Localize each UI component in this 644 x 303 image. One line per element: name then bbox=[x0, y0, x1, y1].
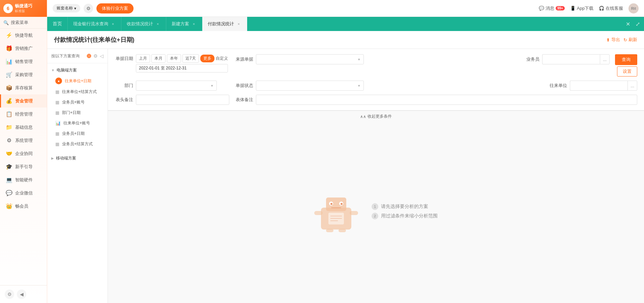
operation-icon: 📋 bbox=[6, 111, 12, 117]
message-btn[interactable]: 💬 消息 99+ bbox=[539, 5, 565, 11]
source-select[interactable]: ▾ bbox=[256, 54, 364, 64]
scheme-item-icon: ▦ bbox=[55, 142, 59, 147]
note1-input[interactable] bbox=[136, 95, 229, 105]
sidebar-item-guide[interactable]: 🎓 新手引导 bbox=[0, 160, 47, 173]
partner-label: 往来单位 bbox=[549, 83, 567, 89]
scheme-item-partner-settle[interactable]: ▦ 往来单位+结算方式 bbox=[47, 87, 108, 97]
sidebar-item-basic[interactable]: 📁 基础信息 bbox=[0, 121, 47, 134]
tab-home[interactable]: 首页 bbox=[47, 17, 68, 31]
scheme-settings-icon[interactable]: ⚙ bbox=[93, 53, 98, 59]
scheme-collapse-icon[interactable]: ◁ bbox=[100, 53, 104, 59]
note2-input[interactable] bbox=[256, 95, 637, 105]
scheme-item-partner-date[interactable]: ● 往来单位+日期 bbox=[47, 75, 108, 87]
tab-expand-btn[interactable]: ⤢ bbox=[634, 20, 641, 29]
page-header-actions: ⬆ 导出 ↻ 刷新 bbox=[606, 37, 637, 43]
weixin-icon: 💬 bbox=[6, 190, 12, 196]
scheme-item-staff-account[interactable]: ▦ 业务员+账号 bbox=[47, 97, 108, 108]
sidebar-item-purchase[interactable]: 🛒 采购管理 bbox=[0, 68, 47, 81]
user-avatar[interactable]: Rit bbox=[628, 3, 639, 13]
pc-section-arrow-icon: ▼ bbox=[51, 68, 55, 72]
tab-new-scheme[interactable]: 新建方案 × bbox=[166, 17, 202, 31]
settings-btn[interactable]: 设置 bbox=[617, 66, 637, 77]
date-custom-label: 自定义 bbox=[216, 56, 228, 61]
sidebar-item-weixin[interactable]: 💬 企业微信 bbox=[0, 186, 47, 200]
hardware-icon: 💻 bbox=[6, 177, 12, 183]
partner-ellipsis-btn[interactable]: ... bbox=[627, 81, 637, 91]
tab-payment-stat-close[interactable]: × bbox=[236, 21, 241, 27]
sidebar-item-operation[interactable]: 📋 经营管理 bbox=[0, 108, 47, 121]
sidebar-item-marketing[interactable]: 🎁 营销推广 bbox=[0, 42, 47, 55]
svg-rect-7 bbox=[314, 211, 323, 215]
app-download-btn[interactable]: 📱 App下载 bbox=[570, 5, 593, 11]
scheme-section-mobile: ▶ 移动端方案 bbox=[47, 151, 108, 165]
sidebar-item-hardware[interactable]: 💻 智能硬件 bbox=[0, 173, 47, 186]
tabbar-actions: ✕ ⤢ bbox=[622, 17, 644, 31]
guide-icon: 🎓 bbox=[6, 163, 12, 170]
topbar-gear-btn[interactable]: ⚙ bbox=[84, 4, 93, 13]
scheme-section-pc-title[interactable]: ▼ 电脑端方案 bbox=[47, 65, 108, 75]
sidebar-item-system[interactable]: ⚙ 系统管理 bbox=[0, 134, 47, 147]
dept-select[interactable]: ▾ bbox=[136, 81, 217, 91]
scheme-item-staff-date[interactable]: ▦ 业务员+日期 bbox=[47, 128, 108, 139]
scheme-add-btn[interactable]: ⊕ bbox=[86, 52, 91, 60]
refresh-icon: ↻ bbox=[623, 37, 627, 42]
tab-receipt-stat-close[interactable]: × bbox=[155, 21, 160, 27]
staff-ellipsis-btn[interactable]: ... bbox=[600, 54, 610, 64]
main-area: 账套名称 ▾ ⚙ 体验行业方案 💬 消息 99+ 📱 App下载 🎧 在线客服 … bbox=[47, 0, 644, 303]
sidebar-collapse-btn[interactable]: ◀ bbox=[17, 290, 26, 299]
online-service-btn[interactable]: 🎧 在线客服 bbox=[599, 5, 623, 11]
empty-state: 1 请先选择要分析的方案 2 用过滤条件来缩小分析范围 bbox=[108, 122, 644, 303]
date-btn-last7[interactable]: 近7天 bbox=[182, 54, 199, 63]
date-btn-last-month[interactable]: 上月 bbox=[136, 54, 150, 63]
sidebar-item-inventory[interactable]: 📦 库存核算 bbox=[0, 81, 47, 94]
tab-bank-flow[interactable]: 现金银行流水查询 × bbox=[68, 17, 121, 31]
trial-btn[interactable]: 体验行业方案 bbox=[96, 3, 134, 13]
svg-point-5 bbox=[341, 203, 343, 205]
page-content: 付款情况统计(往来单位+日期) ⬆ 导出 ↻ 刷新 按以下方案查询 ⊕ bbox=[47, 31, 644, 303]
inventory-icon: 📦 bbox=[6, 85, 12, 91]
date-btn-more[interactable]: 更多 bbox=[200, 55, 214, 62]
tab-receipt-stat[interactable]: 收款情况统计 × bbox=[121, 17, 166, 31]
search-menu[interactable]: 🔍 搜索菜单 bbox=[0, 17, 47, 29]
source-label: 来源单据 bbox=[235, 56, 253, 62]
source-select-arrow: ▾ bbox=[358, 57, 360, 62]
sidebar-nav: ⚡ 快捷导航 🎁 营销推广 📊 销售管理 🛒 采购管理 📦 库存核算 💰 资金管… bbox=[0, 29, 47, 285]
collapse-btn[interactable]: ∧∧ 收起更多条件 bbox=[108, 111, 644, 122]
sidebar-settings-btn[interactable]: ⚙ bbox=[5, 290, 14, 299]
partner-input[interactable] bbox=[570, 81, 627, 91]
tab-new-scheme-close[interactable]: × bbox=[191, 21, 197, 27]
tab-bank-flow-close[interactable]: × bbox=[110, 21, 116, 27]
svg-rect-1 bbox=[326, 198, 346, 211]
status-select[interactable]: ▾ bbox=[256, 81, 364, 91]
member-icon: 👑 bbox=[6, 203, 12, 209]
content-area: 按以下方案查询 ⊕ ⚙ ◁ ▼ 电脑端方案 ● 往来单位+日期 bbox=[47, 49, 644, 303]
refresh-btn[interactable]: ↻ 刷新 bbox=[623, 37, 637, 43]
date-btn-this-month[interactable]: 本月 bbox=[151, 54, 166, 63]
status-label: 单据状态 bbox=[235, 83, 253, 89]
sidebar-item-enterprise[interactable]: 🤝 企业协同 bbox=[0, 147, 47, 160]
scheme-panel: 按以下方案查询 ⊕ ⚙ ◁ ▼ 电脑端方案 ● 往来单位+日期 bbox=[47, 49, 108, 303]
scheme-item-partner-account[interactable]: 📊 往来单位+账号 bbox=[47, 118, 108, 128]
export-btn[interactable]: ⬆ 导出 bbox=[606, 37, 620, 43]
sidebar-item-quick-nav[interactable]: ⚡ 快捷导航 bbox=[0, 29, 47, 42]
enterprise-icon: 🤝 bbox=[6, 150, 12, 157]
sidebar-item-member[interactable]: 👑 畅会员 bbox=[0, 200, 47, 213]
sidebar: 6 畅捷通巧 标准版 🔍 搜索菜单 ⚡ 快捷导航 🎁 营销推广 📊 销售管理 🛒… bbox=[0, 0, 47, 303]
date-btn-this-year[interactable]: 本年 bbox=[167, 54, 181, 63]
query-btn[interactable]: 查询 bbox=[615, 54, 637, 65]
tab-payment-stat[interactable]: 付款情况统计 × bbox=[202, 17, 247, 31]
sidebar-item-finance[interactable]: 💰 资金管理 bbox=[0, 94, 47, 108]
scheme-item-staff-settle[interactable]: ▦ 业务员+结算方式 bbox=[47, 139, 108, 149]
system-icon: ⚙ bbox=[6, 137, 12, 144]
date-range-input[interactable]: 2022-01-01 至 2022-12-31 bbox=[136, 64, 228, 72]
staff-input[interactable] bbox=[542, 54, 600, 64]
scheme-item-dept-date[interactable]: ▦ 部门+日期 bbox=[47, 108, 108, 118]
tab-close-all-btn[interactable]: ✕ bbox=[624, 20, 632, 29]
empty-tips: 1 请先选择要分析的方案 2 用过滤条件来缩小分析范围 bbox=[372, 203, 438, 222]
filter-form: 单据日期 上月 本月 本年 近7天 更多 自定义 bbox=[108, 49, 644, 111]
scheme-section-mobile-title[interactable]: ▶ 移动端方案 bbox=[47, 153, 108, 163]
status-select-arrow: ▾ bbox=[358, 84, 360, 88]
account-selector[interactable]: 账套名称 ▾ bbox=[53, 4, 80, 12]
sidebar-item-sales[interactable]: 📊 销售管理 bbox=[0, 55, 47, 68]
date-label: 单据日期 bbox=[115, 54, 133, 62]
